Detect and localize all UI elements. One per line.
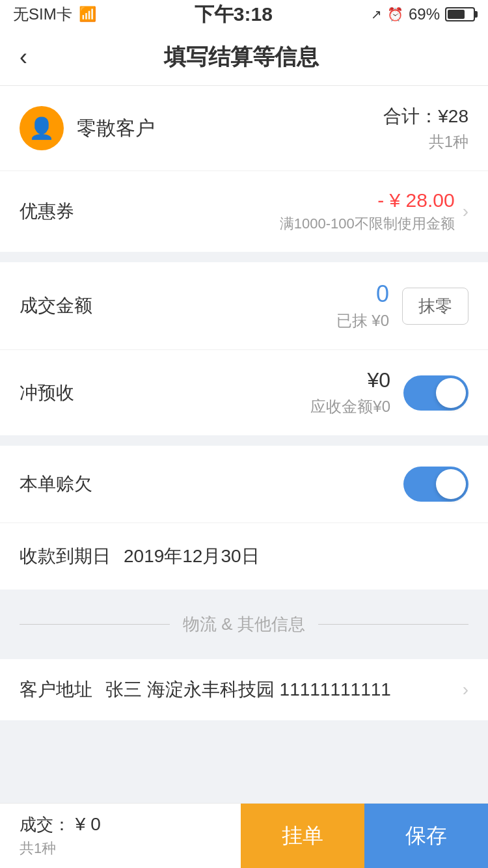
pre-receive-amount: ¥0 [310, 368, 390, 392]
coupon-desc: 满1000-100不限制使用金额 [280, 214, 455, 234]
due-date-label: 收款到期日 [20, 544, 111, 569]
alarm-icon: ⏰ [387, 7, 403, 22]
status-left: 无SIM卡 📶 [13, 4, 96, 25]
customer-right: 合计：¥28 共1种 [383, 104, 468, 152]
page-title: 填写结算等信息 [40, 42, 442, 72]
address-section[interactable]: 客户地址 张三 海淀永丰科技园 11111111111 › [0, 659, 488, 720]
coupon-row[interactable]: 优惠券 - ¥ 28.00 满1000-100不限制使用金额 › [0, 170, 488, 252]
total-amount: 合计：¥28 [383, 104, 468, 129]
bottom-deal-amount: ¥ 0 [75, 814, 101, 834]
chevron-right-icon: › [463, 201, 468, 222]
due-date-row: 收款到期日 2019年12月30日 [0, 522, 488, 590]
bottom-bar: 成交： ¥ 0 共1种 挂单 保存 [0, 803, 488, 868]
address-chevron-icon: › [463, 679, 468, 700]
toggle-knob [436, 378, 466, 408]
status-bar: 无SIM卡 📶 下午3:18 ↗ ⏰ 69% [0, 0, 488, 29]
battery-percent: 69% [409, 5, 440, 23]
status-right: ↗ ⏰ 69% [371, 5, 475, 23]
debt-row: 本单赊欠 [0, 446, 488, 522]
battery-icon [445, 7, 475, 21]
save-button[interactable]: 保存 [364, 804, 488, 868]
deal-amount-value[interactable]: 0 [336, 280, 389, 308]
logistics-label: 物流 & 其他信息 [183, 613, 305, 636]
pending-button[interactable]: 挂单 [241, 804, 364, 868]
coupon-right: - ¥ 28.00 满1000-100不限制使用金额 › [280, 189, 468, 234]
total-count: 共1种 [383, 131, 468, 152]
pre-receive-label: 冲预收 [20, 381, 74, 405]
bottom-summary: 成交： ¥ 0 共1种 [0, 804, 241, 868]
bottom-deal-label: 成交： [20, 815, 70, 834]
deal-amount-label: 成交金额 [20, 293, 92, 318]
signal-text: 无SIM卡 [13, 4, 72, 25]
debt-toggle-knob [436, 469, 466, 499]
address-label: 客户地址 [20, 677, 92, 702]
coupon-label: 优惠券 [20, 199, 74, 224]
wifi-icon: 📶 [79, 6, 96, 23]
pre-receive-row: 冲预收 ¥0 应收金额¥0 [0, 349, 488, 435]
coupon-discount: - ¥ 28.00 [280, 189, 455, 211]
avatar-icon: 👤 [29, 116, 55, 141]
customer-left: 👤 零散客户 [20, 106, 155, 150]
location-icon: ↗ [371, 7, 382, 22]
deal-amount-row: 成交金额 0 已抹 ¥0 抹零 [0, 262, 488, 349]
status-time: 下午3:18 [195, 1, 273, 28]
logistics-line-right [318, 624, 468, 625]
logistics-divider: 物流 & 其他信息 [0, 600, 488, 649]
round-button[interactable]: 抹零 [402, 288, 468, 325]
debt-toggle[interactable] [403, 467, 468, 502]
address-value: 张三 海淀永丰科技园 11111111111 [105, 677, 450, 702]
bottom-count: 共1种 [20, 839, 221, 858]
deal-section: 成交金额 0 已抹 ¥0 抹零 冲预收 ¥0 应收金额¥0 [0, 262, 488, 435]
nav-bar: ‹ 填写结算等信息 [0, 29, 488, 86]
back-button[interactable]: ‹ [20, 44, 40, 71]
debt-section: 本单赊欠 收款到期日 2019年12月30日 [0, 446, 488, 590]
deal-amount-right: 0 已抹 ¥0 抹零 [336, 280, 468, 331]
pre-receive-sub: 应收金额¥0 [310, 396, 390, 417]
avatar: 👤 [20, 106, 64, 150]
customer-section: 👤 零散客户 合计：¥28 共1种 优惠券 - ¥ 28.00 满1000-10… [0, 86, 488, 252]
debt-label: 本单赊欠 [20, 472, 92, 496]
customer-row: 👤 零散客户 合计：¥28 共1种 [0, 86, 488, 170]
logistics-line-left [20, 624, 170, 625]
coupon-info: - ¥ 28.00 满1000-100不限制使用金额 [280, 189, 455, 234]
customer-name: 零散客户 [77, 115, 155, 142]
due-date-value: 2019年12月30日 [124, 544, 260, 569]
deal-deducted: 已抹 ¥0 [336, 310, 389, 331]
pre-receive-toggle[interactable] [403, 375, 468, 411]
address-row[interactable]: 客户地址 张三 海淀永丰科技园 11111111111 › [0, 659, 488, 720]
bottom-deal-line: 成交： ¥ 0 [20, 813, 221, 836]
